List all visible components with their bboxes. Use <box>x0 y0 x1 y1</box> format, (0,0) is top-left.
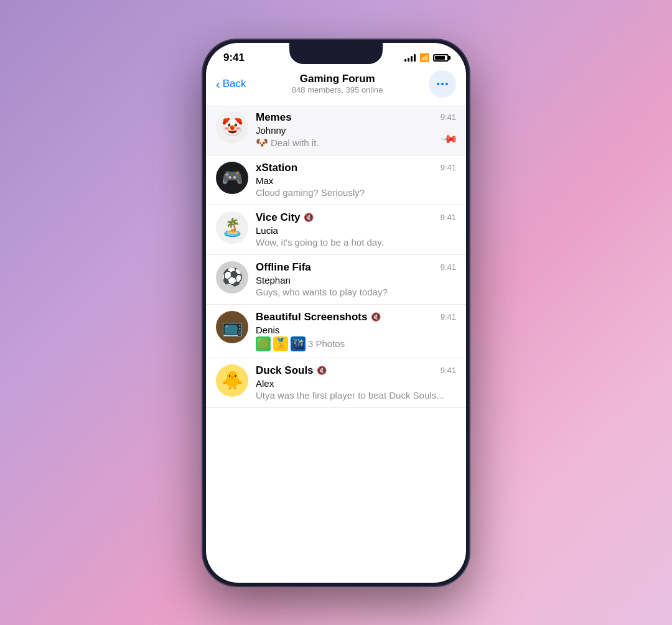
more-dots-icon <box>437 83 448 85</box>
chat-name: Offline Fifa <box>256 261 311 274</box>
back-chevron-icon: ‹ <box>216 78 220 90</box>
chat-content: Vice City 🔇 9:41 Lucia Wow, it's going t… <box>256 211 456 248</box>
avatar: 🐥 <box>216 364 248 397</box>
chat-list: 🤡 Memes 9:41 Johnny 🐶 Deal with it. 📌 <box>206 105 466 408</box>
chat-top-row: Memes 9:41 <box>256 111 456 124</box>
chat-item[interactable]: 🎮 xStation 9:41 Max Cloud gaming? Seriou… <box>206 155 466 205</box>
chat-content: Beautiful Screenshots 🔇 9:41 Denis 🟩 🏅 🌃… <box>256 311 456 351</box>
chat-content: Duck Souls 🔇 9:41 Alex Utya was the firs… <box>256 364 456 400</box>
nav-title-block: Gaming Forum 848 members, 395 online <box>246 73 429 95</box>
avatar: ⚽ <box>216 261 248 294</box>
chat-top-row: Beautiful Screenshots 🔇 9:41 <box>256 311 456 323</box>
chat-sender: Stephan <box>256 275 456 285</box>
chat-time: 9:41 <box>441 366 456 375</box>
chat-sender: Denis <box>256 325 456 335</box>
muted-icon: 🔇 <box>317 366 327 375</box>
status-time: 9:41 <box>223 52 245 64</box>
avatar: 📺 <box>216 311 248 343</box>
chat-top-row: Vice City 🔇 9:41 <box>256 211 456 224</box>
nav-subtitle: 848 members, 395 online <box>246 85 429 95</box>
chat-name: Beautiful Screenshots 🔇 <box>256 311 381 323</box>
back-label: Back <box>223 78 246 90</box>
chat-name: Duck Souls 🔇 <box>256 364 327 377</box>
avatar: 🏝️ <box>216 211 248 244</box>
chat-item[interactable]: ⚽ Offline Fifa 9:41 Stephan Guys, who wa… <box>206 255 466 305</box>
chat-content: xStation 9:41 Max Cloud gaming? Seriousl… <box>256 162 456 198</box>
signal-icon <box>404 54 416 62</box>
preview-emoji: 🐶 <box>256 137 268 149</box>
wifi-icon: 📶 <box>419 53 429 62</box>
chat-sender: Alex <box>256 378 456 389</box>
phone-notch <box>289 43 383 64</box>
chat-sender: Johnny <box>256 125 456 136</box>
avatar: 🤡 <box>216 111 248 144</box>
photos-preview: 🟩 🏅 🌃 3 Photos <box>256 336 456 351</box>
more-button[interactable] <box>429 70 456 98</box>
chat-preview: Utya was the first player to beat Duck S… <box>256 390 456 400</box>
nav-title: Gaming Forum <box>246 73 429 85</box>
chat-time: 9:41 <box>441 113 456 122</box>
chat-top-row: Duck Souls 🔇 9:41 <box>256 364 456 377</box>
chat-content: Offline Fifa 9:41 Stephan Guys, who want… <box>256 261 456 297</box>
phone-frame: 9:41 📶 ‹ Back Gaming Forum 848 members, … <box>202 39 470 586</box>
chat-item[interactable]: 🐥 Duck Souls 🔇 9:41 Alex Utya was the fi… <box>206 358 466 408</box>
chat-time: 9:41 <box>441 163 456 172</box>
chat-name: Memes <box>256 111 292 124</box>
chat-content: Memes 9:41 Johnny 🐶 Deal with it. <box>256 111 456 149</box>
chat-preview: Wow, it's going to be a hot day. <box>256 237 456 248</box>
muted-icon: 🔇 <box>371 312 381 322</box>
chat-preview: 🐶 Deal with it. <box>256 137 456 149</box>
chat-time: 9:41 <box>441 213 456 222</box>
chat-item[interactable]: 🤡 Memes 9:41 Johnny 🐶 Deal with it. 📌 <box>206 105 466 155</box>
chat-time: 9:41 <box>441 262 456 272</box>
photo-thumb-3: 🌃 <box>291 336 306 351</box>
chat-item[interactable]: 📺 Beautiful Screenshots 🔇 9:41 Denis 🟩 🏅… <box>206 305 466 358</box>
chat-top-row: xStation 9:41 <box>256 162 456 174</box>
chat-preview: Guys, who wants to play today? <box>256 287 456 297</box>
chat-top-row: Offline Fifa 9:41 <box>256 261 456 274</box>
photo-thumb-1: 🟩 <box>256 336 271 351</box>
nav-header: ‹ Back Gaming Forum 848 members, 395 onl… <box>206 68 466 105</box>
back-button[interactable]: ‹ Back <box>216 78 246 90</box>
chat-preview: Cloud gaming? Seriously? <box>256 187 456 198</box>
chat-item[interactable]: 🏝️ Vice City 🔇 9:41 Lucia Wow, it's goin… <box>206 205 466 255</box>
phone-screen: 9:41 📶 ‹ Back Gaming Forum 848 members, … <box>206 43 466 583</box>
chat-name: xStation <box>256 162 297 174</box>
chat-time: 9:41 <box>441 312 456 322</box>
photo-thumb-2: 🏅 <box>273 336 288 351</box>
chat-name: Vice City 🔇 <box>256 211 314 224</box>
status-icons: 📶 <box>404 53 449 62</box>
avatar: 🎮 <box>216 162 248 194</box>
photos-count: 3 Photos <box>308 338 345 349</box>
battery-icon <box>433 54 449 62</box>
muted-icon: 🔇 <box>304 213 314 222</box>
chat-sender: Lucia <box>256 225 456 236</box>
chat-sender: Max <box>256 175 456 186</box>
